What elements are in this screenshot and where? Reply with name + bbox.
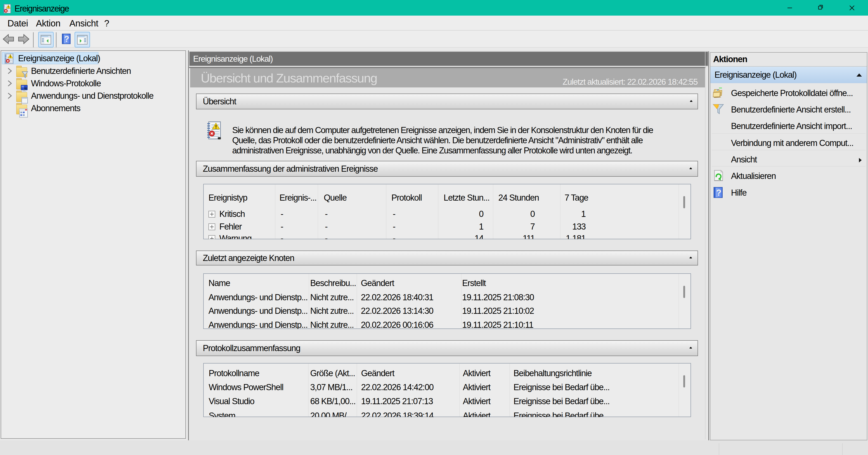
svg-text:?: ? [716,188,721,197]
svg-text:?: ? [64,34,69,43]
